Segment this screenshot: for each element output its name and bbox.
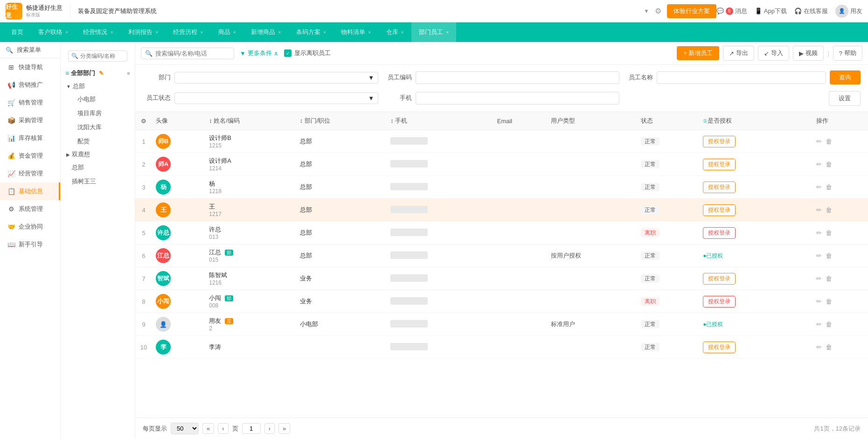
col-name[interactable]: ↕ 姓名/编码	[205, 112, 296, 130]
add-employee-button[interactable]: + 新增员工	[677, 46, 719, 60]
close-icon[interactable]: ×	[446, 29, 449, 35]
edit-icon[interactable]: ✏	[816, 321, 822, 328]
edit-icon[interactable]: ✏	[816, 343, 822, 351]
first-page-button[interactable]: «	[202, 423, 214, 434]
dept-item-shenyang[interactable]: 沈阳大库	[66, 120, 135, 134]
emp-name-input[interactable]	[657, 71, 826, 84]
phone-input[interactable]	[416, 92, 619, 105]
collapse-icon[interactable]: «	[127, 70, 130, 77]
col-phone[interactable]: ↕ 手机	[387, 112, 493, 130]
close-icon[interactable]: ×	[155, 29, 158, 35]
edit-icon[interactable]: ✏	[816, 138, 822, 145]
per-page-select[interactable]: 50 100	[171, 423, 199, 434]
auth-button[interactable]: 授权登录	[703, 341, 736, 353]
edit-icon[interactable]: ✏	[816, 229, 822, 237]
sidebar-item-marketing[interactable]: 📢 营销推广	[0, 76, 60, 94]
edit-icon[interactable]: ✏	[816, 183, 822, 191]
sidebar-item-operation[interactable]: 📈 经营管理	[0, 165, 60, 182]
tab-goods[interactable]: 商品 ×	[211, 22, 243, 42]
edit-icon[interactable]: ✏	[816, 252, 822, 259]
tab-history[interactable]: 经营历程 ×	[166, 22, 210, 42]
delete-icon[interactable]: 🗑	[826, 275, 832, 282]
experience-button[interactable]: 体验行业方案	[667, 4, 716, 18]
edit-icon[interactable]: ✏	[816, 206, 822, 214]
sidebar-item-cooperation[interactable]: 🤝 企业协同	[0, 218, 60, 236]
tab-barcode[interactable]: 条码方案 ×	[289, 22, 333, 42]
view-button[interactable]: ▶ 视频	[793, 46, 824, 61]
export-button[interactable]: ↗ 导出	[723, 46, 754, 61]
close-icon[interactable]: ×	[200, 29, 203, 35]
last-page-button[interactable]: »	[278, 423, 290, 434]
tab-bom[interactable]: 物料清单 ×	[333, 22, 378, 42]
auth-button[interactable]: 授权登录	[703, 273, 736, 285]
search-input[interactable]	[155, 50, 230, 57]
dept-item-zongbu[interactable]: 总部	[61, 160, 135, 174]
dept-filter-select[interactable]: ▼	[174, 72, 378, 84]
next-page-button[interactable]: ›	[264, 423, 275, 434]
close-icon[interactable]: ×	[323, 29, 326, 35]
dept-group-shuanglu[interactable]: ▶ 双鹿想	[61, 148, 135, 160]
sys-dropdown-icon[interactable]: ▼	[644, 8, 649, 14]
auth-button[interactable]: 授权登录	[703, 204, 736, 216]
close-icon[interactable]: ×	[368, 29, 371, 35]
tab-customer[interactable]: 客户联络 ×	[31, 22, 76, 42]
import-button[interactable]: ↙ 导入	[758, 46, 789, 61]
dept-item-chashuwang[interactable]: 插树王三	[61, 174, 135, 188]
auth-button[interactable]: 授权登录	[703, 159, 736, 170]
close-icon[interactable]: ×	[401, 29, 404, 35]
auth-button[interactable]: 授权登录	[703, 181, 736, 193]
auth-button[interactable]: 授权登录	[703, 136, 736, 147]
edit-icon[interactable]: ✏	[816, 298, 822, 305]
sidebar-item-guide[interactable]: 📖 新手引导	[0, 236, 60, 253]
query-button[interactable]: 查询	[830, 70, 861, 84]
sidebar-item-system[interactable]: ⚙ 系统管理	[0, 200, 60, 218]
col-dept[interactable]: ↕ 部门/职位	[296, 112, 387, 130]
message-button[interactable]: 💬 6 消息	[716, 7, 747, 15]
delete-icon[interactable]: 🗑	[826, 206, 832, 214]
tab-dept-staff[interactable]: 部门员工 ×	[411, 22, 456, 42]
sidebar-search[interactable]: 🔍 搜索菜单	[0, 42, 60, 58]
sidebar-item-finance[interactable]: 💰 资金管理	[0, 147, 60, 165]
edit-icon[interactable]: ✏	[816, 160, 822, 168]
emp-status-select[interactable]: ▼	[174, 92, 378, 104]
more-filter-button[interactable]: ▼ 更多条件 ∧	[240, 49, 278, 57]
delete-icon[interactable]: 🗑	[826, 252, 832, 259]
dept-group-head[interactable]: ▼ 总部	[61, 80, 135, 92]
close-icon[interactable]: ×	[233, 29, 236, 35]
current-page-input[interactable]	[242, 423, 261, 434]
delete-icon[interactable]: 🗑	[826, 321, 832, 328]
close-icon[interactable]: ×	[65, 29, 68, 35]
close-icon[interactable]: ×	[110, 29, 113, 35]
config-icon[interactable]: ⚙	[655, 7, 661, 15]
show-resigned-toggle[interactable]: ✓ 显示离职员工	[284, 49, 331, 57]
sidebar-item-sales[interactable]: 🛒 销售管理	[0, 94, 60, 111]
sidebar-item-basic[interactable]: 📋 基础信息	[0, 182, 60, 200]
dept-search-input[interactable]	[80, 53, 124, 59]
delete-icon[interactable]: 🗑	[826, 343, 832, 351]
help-button[interactable]: ? 帮助	[833, 46, 862, 61]
edit-icon[interactable]: ✏	[816, 275, 822, 282]
sidebar-item-purchase[interactable]: 📦 采购管理	[0, 111, 60, 129]
dept-item-delivery[interactable]: 配货	[66, 134, 135, 148]
dept-item-project[interactable]: 项目库房	[66, 106, 135, 120]
delete-icon[interactable]: 🗑	[826, 160, 832, 168]
delete-icon[interactable]: 🗑	[826, 138, 832, 145]
emp-code-input[interactable]	[416, 71, 619, 84]
reset-button[interactable]: 设置	[829, 91, 861, 106]
sidebar-item-stock[interactable]: 📊 库存核算	[0, 129, 60, 147]
online-service-button[interactable]: 🎧 在线客服	[794, 7, 828, 15]
auth-button[interactable]: 授权登录	[703, 296, 736, 307]
tab-home[interactable]: 首页	[4, 22, 31, 42]
tab-profit[interactable]: 利润报告 ×	[121, 22, 166, 42]
delete-icon[interactable]: 🗑	[826, 229, 832, 237]
col-gear[interactable]: ⚙	[135, 112, 152, 130]
app-download-button[interactable]: 📱 App下载	[755, 7, 787, 15]
prev-page-button[interactable]: ‹	[218, 423, 228, 434]
delete-icon[interactable]: 🗑	[826, 298, 832, 305]
auth-button[interactable]: 授权登录	[703, 227, 736, 239]
edit-dept-icon[interactable]: ✎	[99, 70, 104, 77]
dept-item-xiaodibu[interactable]: 小电部	[66, 92, 135, 106]
tab-warehouse[interactable]: 仓库 ×	[379, 22, 411, 42]
tab-operation-status[interactable]: 经营情况 ×	[76, 22, 120, 42]
close-icon[interactable]: ×	[278, 29, 281, 35]
